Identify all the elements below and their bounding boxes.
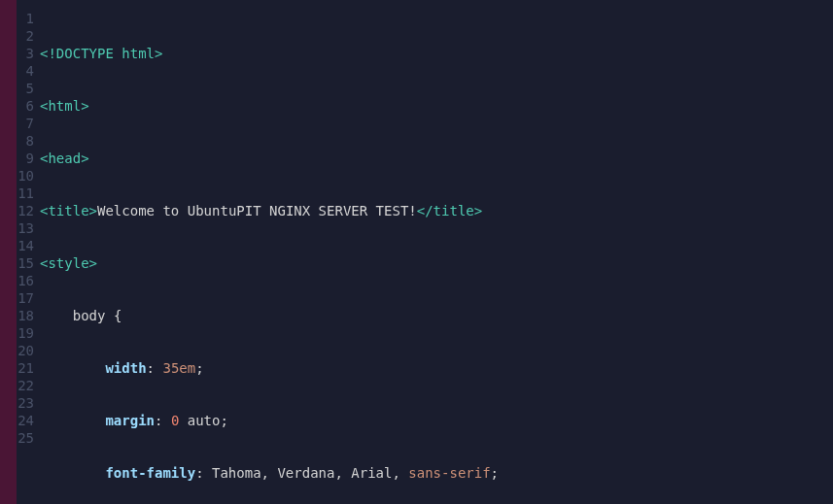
line-number: 11 [17, 185, 34, 202]
code-editor-area[interactable]: <!DOCTYPE html> <html> <head> <title>Wel… [38, 0, 833, 504]
line-number: 4 [17, 62, 34, 80]
line-number: 9 [17, 150, 34, 167]
line-number: 13 [17, 219, 34, 237]
line-number: 14 [17, 237, 34, 254]
code-line: <title>Welcome to UbuntuPIT NGINX SERVER… [38, 202, 833, 219]
line-number: 7 [17, 115, 34, 132]
code-line: width: 35em; [38, 359, 833, 377]
line-number: 20 [17, 342, 34, 359]
line-number: 6 [17, 97, 34, 115]
line-number: 19 [17, 324, 34, 342]
line-number: 22 [17, 377, 34, 394]
activity-bar-strip [0, 0, 17, 504]
line-number: 21 [17, 359, 34, 377]
line-number: 5 [17, 80, 34, 97]
code-line: font-family: Tahoma, Verdana, Arial, san… [38, 464, 833, 482]
line-number: 10 [17, 167, 34, 185]
line-number: 3 [17, 45, 34, 62]
line-number: 23 [17, 394, 34, 412]
line-number-gutter: 1 2 3 4 5 6 7 8 9 10 11 12 13 14 15 16 1… [17, 0, 38, 504]
line-number: 18 [17, 307, 34, 324]
code-line: <html> [38, 97, 833, 115]
code-line: <!DOCTYPE html> [38, 45, 833, 62]
code-line: body { [38, 307, 833, 324]
line-number: 15 [17, 254, 34, 272]
line-number: 24 [17, 412, 34, 429]
line-number: 1 [17, 10, 34, 27]
code-line: margin: 0 auto; [38, 412, 833, 429]
line-number: 8 [17, 132, 34, 150]
line-number: 2 [17, 27, 34, 45]
line-number: 12 [17, 202, 34, 219]
code-line: <head> [38, 150, 833, 167]
line-number: 16 [17, 272, 34, 289]
line-number: 17 [17, 289, 34, 307]
code-line: <style> [38, 254, 833, 272]
line-number: 25 [17, 429, 34, 447]
